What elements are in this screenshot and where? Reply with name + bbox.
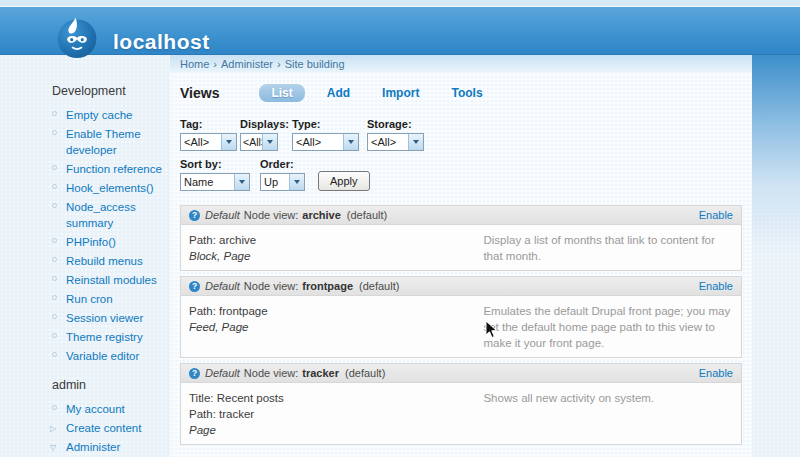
view-kind: Node view: (244, 367, 298, 379)
bullet-icon (52, 238, 57, 243)
bullet-icon (52, 203, 57, 208)
view-details: Path: archive Block, Page (189, 232, 483, 264)
view-displays: Feed, Page (189, 319, 483, 335)
sidebar-item-run-cron[interactable]: Run cron (52, 291, 172, 307)
storage-filter-select[interactable]: <All> (367, 133, 424, 151)
content-panel: Home›Administer›Site building Views List… (170, 55, 752, 457)
breadcrumb-administer[interactable]: Administer (221, 58, 273, 70)
view-row-header: ? Default Node view: archive (default) E… (181, 206, 741, 225)
help-icon[interactable]: ? (189, 210, 200, 221)
sidebar: Development Empty cache Enable Theme dev… (52, 84, 172, 457)
sidebar-item-administer[interactable]: ▽Administer ▷Content management (52, 439, 172, 457)
dropdown-arrow-icon (343, 134, 358, 150)
tag-filter-select[interactable]: <All> (180, 133, 237, 151)
sort-by-select[interactable]: Name (180, 173, 250, 191)
bullet-icon (52, 276, 57, 281)
help-icon[interactable]: ? (189, 281, 200, 292)
sidebar-item-phpinfo[interactable]: PHPinfo() (52, 234, 172, 250)
breadcrumb-home[interactable]: Home (180, 58, 209, 70)
breadcrumb-site-building[interactable]: Site building (285, 58, 345, 70)
background-fade (752, 55, 800, 255)
dropdown-arrow-icon (221, 134, 236, 150)
view-suffix: (default) (347, 209, 387, 221)
enable-link[interactable]: Enable (699, 209, 733, 221)
view-suffix: (default) (359, 280, 399, 292)
dropdown-arrow-icon (408, 134, 423, 150)
view-details: Title: Recent posts Path: tracker Page (189, 390, 483, 438)
type-filter-select[interactable]: <All> (292, 133, 359, 151)
expanded-arrow-icon[interactable]: ▽ (50, 440, 56, 456)
view-path: Path: frontpage (189, 303, 483, 319)
sidebar-item-function-reference[interactable]: Function reference (52, 161, 172, 177)
enable-link[interactable]: Enable (699, 280, 733, 292)
bullet-icon (52, 257, 57, 262)
sidebar-item-reinstall-modules[interactable]: Reinstall modules (52, 272, 172, 288)
tab-tools[interactable]: Tools (451, 86, 482, 100)
dropdown-arrow-icon (289, 174, 304, 190)
bullet-icon (52, 184, 57, 189)
tab-bar: List Add Import Tools (259, 84, 514, 102)
view-name: frontpage (302, 280, 353, 292)
sidebar-item-empty-cache[interactable]: Empty cache (52, 107, 172, 123)
tab-add[interactable]: Add (327, 86, 350, 100)
dropdown-arrow-icon (234, 174, 249, 190)
site-header: localhost (0, 7, 800, 55)
enable-link[interactable]: Enable (699, 367, 733, 379)
view-status: Default (205, 209, 240, 221)
sidebar-item-theme-registry[interactable]: Theme registry (52, 329, 172, 345)
view-details: Path: frontpage Feed, Page (189, 303, 483, 351)
dropdown-arrow-icon (262, 134, 277, 150)
breadcrumb-separator: › (213, 58, 217, 70)
bullet-icon (52, 405, 57, 410)
sidebar-item-rebuild-menus[interactable]: Rebuild menus (52, 253, 172, 269)
sidebar-item-hook-elements[interactable]: Hook_elements() (52, 180, 172, 196)
storage-filter-label: Storage: (367, 118, 424, 130)
view-path: Path: archive (189, 232, 483, 248)
bullet-icon (52, 130, 57, 135)
tab-import[interactable]: Import (382, 86, 419, 100)
view-path: Path: tracker (189, 406, 483, 422)
drupal-logo-icon[interactable] (55, 15, 99, 59)
bullet-icon (52, 333, 57, 338)
view-row-header: ? Default Node view: frontpage (default)… (181, 277, 741, 296)
view-name: archive (302, 209, 341, 221)
sidebar-item-variable-editor[interactable]: Variable editor (52, 348, 172, 364)
view-title: Title: Recent posts (189, 390, 483, 406)
breadcrumb: Home›Administer›Site building (170, 55, 752, 73)
bullet-icon (52, 111, 57, 116)
view-displays: Page (189, 422, 483, 438)
sidebar-item-my-account[interactable]: My account (52, 401, 172, 417)
sidebar-section-admin: admin (52, 378, 172, 392)
filters: Tag: <All> Displays: <All> Type: (180, 118, 742, 191)
collapsed-arrow-icon[interactable]: ▷ (50, 421, 56, 437)
page-title: Views (180, 85, 219, 101)
sidebar-section-development: Development (52, 84, 172, 98)
view-description: Shows all new activity on system. (483, 390, 733, 438)
order-label: Order: (260, 158, 308, 170)
view-kind: Node view: (244, 280, 298, 292)
view-name: tracker (302, 367, 339, 379)
view-row-frontpage: ? Default Node view: frontpage (default)… (180, 276, 742, 358)
tab-list[interactable]: List (259, 84, 304, 102)
bullet-icon (52, 352, 57, 357)
site-name[interactable]: localhost (113, 30, 210, 54)
top-strip (0, 0, 800, 7)
view-status: Default (205, 367, 240, 379)
tag-filter-label: Tag: (180, 118, 236, 130)
order-select[interactable]: Up (260, 173, 305, 191)
bullet-icon (52, 295, 57, 300)
bullet-icon (52, 165, 57, 170)
help-icon[interactable]: ? (189, 368, 200, 379)
apply-button[interactable]: Apply (318, 171, 370, 191)
view-description: Emulates the default Drupal front page; … (483, 303, 733, 351)
sidebar-item-create-content[interactable]: ▷Create content (52, 420, 172, 436)
view-status: Default (205, 280, 240, 292)
sidebar-item-node-access-summary[interactable]: Node_access summary (52, 199, 172, 231)
sidebar-item-enable-theme-developer[interactable]: Enable Theme developer (52, 126, 172, 158)
type-filter-label: Type: (292, 118, 363, 130)
sidebar-item-session-viewer[interactable]: Session viewer (52, 310, 172, 326)
displays-filter-select[interactable]: <All> (240, 133, 278, 151)
displays-filter-label: Displays: (240, 118, 288, 130)
breadcrumb-separator: › (277, 58, 281, 70)
bullet-icon (52, 314, 57, 319)
